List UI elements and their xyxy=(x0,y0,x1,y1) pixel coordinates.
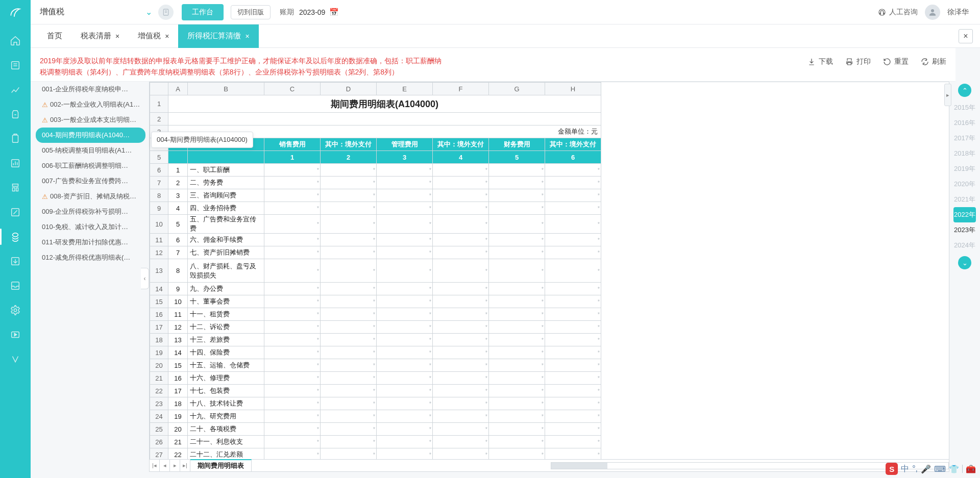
tab-home[interactable]: 首页 xyxy=(38,24,71,48)
data-cell[interactable]: * xyxy=(377,321,433,334)
data-cell[interactable]: * xyxy=(545,295,601,308)
form-item[interactable]: 012-减免所得税优惠明细表(… xyxy=(36,250,145,265)
data-cell[interactable]: * xyxy=(545,372,601,385)
year-item[interactable]: 2020年 xyxy=(953,177,976,192)
data-cell[interactable]: * xyxy=(264,177,321,189)
data-cell[interactable]: * xyxy=(264,321,321,334)
data-cell[interactable]: * xyxy=(545,359,601,372)
ime-toolbox-icon[interactable]: 🧰 xyxy=(966,464,976,474)
data-cell[interactable]: * xyxy=(377,308,433,321)
data-cell[interactable]: * xyxy=(489,448,545,460)
data-cell[interactable]: * xyxy=(377,359,433,372)
nav-inbox[interactable] xyxy=(0,274,31,297)
data-cell[interactable]: * xyxy=(433,436,489,448)
expand-handle[interactable]: ▸ xyxy=(944,84,951,106)
data-cell[interactable]: * xyxy=(489,397,545,410)
data-cell[interactable]: * xyxy=(321,259,377,283)
data-cell[interactable]: * xyxy=(377,397,433,410)
data-cell[interactable]: * xyxy=(264,246,321,259)
print-button[interactable]: 打印 xyxy=(845,57,871,66)
year-item[interactable]: 2016年 xyxy=(953,115,976,131)
data-cell[interactable]: * xyxy=(545,436,601,448)
data-cell[interactable]: * xyxy=(321,215,377,234)
refresh-button[interactable]: 刷新 xyxy=(921,57,946,66)
year-item[interactable]: 2017年 xyxy=(953,131,976,146)
data-cell[interactable]: * xyxy=(321,448,377,460)
data-cell[interactable]: * xyxy=(545,259,601,283)
data-cell[interactable]: * xyxy=(321,202,377,215)
data-cell[interactable]: * xyxy=(433,423,489,436)
data-cell[interactable]: * xyxy=(321,164,377,177)
data-cell[interactable]: * xyxy=(433,283,489,295)
col-header[interactable]: E xyxy=(377,83,433,95)
data-cell[interactable]: * xyxy=(321,346,377,359)
form-item[interactable]: 004-期间费用明细表(A1040… xyxy=(36,128,145,143)
ime-skin-icon[interactable]: 👕 xyxy=(949,464,959,474)
data-cell[interactable]: * xyxy=(489,246,545,259)
data-cell[interactable]: * xyxy=(321,385,377,397)
data-cell[interactable]: * xyxy=(264,410,321,423)
year-item[interactable]: 2019年 xyxy=(953,161,976,177)
data-cell[interactable]: * xyxy=(321,436,377,448)
data-cell[interactable]: * xyxy=(433,359,489,372)
year-item[interactable]: 2021年 xyxy=(953,192,976,207)
data-cell[interactable]: * xyxy=(264,334,321,346)
data-cell[interactable]: * xyxy=(321,334,377,346)
nav-ledger[interactable] xyxy=(0,54,31,77)
data-cell[interactable]: * xyxy=(264,359,321,372)
app-logo[interactable] xyxy=(0,0,31,24)
data-cell[interactable]: * xyxy=(433,385,489,397)
data-cell[interactable]: * xyxy=(433,246,489,259)
col-header[interactable]: C xyxy=(264,83,321,95)
nav-clipboard[interactable] xyxy=(0,128,31,150)
close-icon[interactable]: × xyxy=(115,32,119,40)
data-cell[interactable]: * xyxy=(264,259,321,283)
data-cell[interactable]: * xyxy=(321,234,377,246)
tab-vat[interactable]: 增值税× xyxy=(129,24,178,48)
data-cell[interactable]: * xyxy=(545,189,601,202)
nav-funds[interactable] xyxy=(0,103,31,125)
data-cell[interactable]: * xyxy=(489,202,545,215)
data-cell[interactable]: * xyxy=(264,164,321,177)
data-cell[interactable]: * xyxy=(264,234,321,246)
data-cell[interactable]: * xyxy=(377,234,433,246)
data-cell[interactable]: * xyxy=(545,423,601,436)
data-cell[interactable]: * xyxy=(489,215,545,234)
nav-settings[interactable] xyxy=(0,299,31,321)
sheet-nav-last[interactable]: ▸| xyxy=(180,460,190,472)
data-cell[interactable]: * xyxy=(433,202,489,215)
form-item[interactable]: 001-企业所得税年度纳税申… xyxy=(36,82,145,97)
data-cell[interactable]: * xyxy=(321,397,377,410)
data-cell[interactable]: * xyxy=(321,177,377,189)
data-cell[interactable]: * xyxy=(489,164,545,177)
avatar[interactable] xyxy=(925,5,940,20)
support-link[interactable]: 人工咨询 xyxy=(878,8,918,17)
data-cell[interactable]: * xyxy=(377,189,433,202)
data-cell[interactable]: * xyxy=(264,346,321,359)
year-item[interactable]: 2023年 xyxy=(953,222,976,238)
data-cell[interactable]: * xyxy=(433,177,489,189)
data-cell[interactable]: * xyxy=(489,346,545,359)
form-item[interactable]: 006-职工薪酬纳税调整明细… xyxy=(36,158,145,173)
nav-report[interactable] xyxy=(0,152,31,174)
data-cell[interactable]: * xyxy=(321,283,377,295)
data-cell[interactable]: * xyxy=(264,423,321,436)
nav-video[interactable] xyxy=(0,323,31,346)
ime-lang[interactable]: 中 xyxy=(901,464,909,474)
year-up-icon[interactable]: ⌃ xyxy=(958,84,971,97)
data-cell[interactable]: * xyxy=(489,423,545,436)
data-cell[interactable]: * xyxy=(545,346,601,359)
period-value[interactable]: 2023-09 xyxy=(299,8,325,16)
data-cell[interactable]: * xyxy=(433,321,489,334)
nav-home[interactable] xyxy=(0,30,31,52)
data-cell[interactable]: * xyxy=(489,410,545,423)
data-cell[interactable]: * xyxy=(433,308,489,321)
form-item[interactable]: ⚠008-资产折旧、摊销及纳税… xyxy=(36,189,145,204)
data-cell[interactable]: * xyxy=(489,259,545,283)
data-cell[interactable]: * xyxy=(377,346,433,359)
data-cell[interactable]: * xyxy=(489,372,545,385)
data-cell[interactable]: * xyxy=(433,215,489,234)
close-icon[interactable]: × xyxy=(245,32,249,40)
data-cell[interactable]: * xyxy=(264,295,321,308)
data-cell[interactable]: * xyxy=(433,372,489,385)
